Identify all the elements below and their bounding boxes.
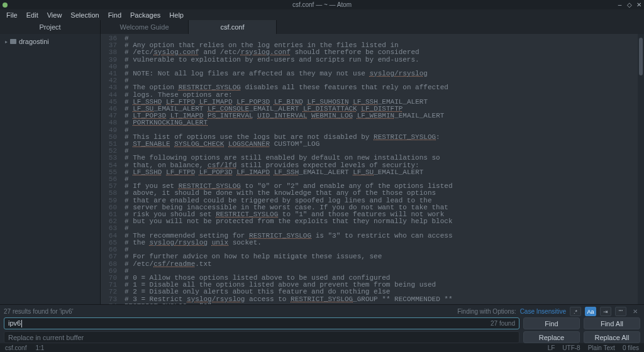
whole-word-toggle[interactable]: "" xyxy=(615,307,626,316)
status-files[interactable]: 0 files xyxy=(623,344,639,351)
selection-toggle[interactable]: ⇥ xyxy=(600,307,611,316)
code-line[interactable]: # vulnerable to exploitation by end-user… xyxy=(121,57,638,63)
replace-all-button[interactable]: Replace All xyxy=(584,331,640,343)
find-count-label: 27 found xyxy=(491,320,515,327)
replace-input[interactable]: Replace in current buffer xyxy=(4,331,519,343)
maximize-icon[interactable]: ◇ xyxy=(626,2,632,8)
code-line[interactable]: # The following options are still enable… xyxy=(121,155,638,162)
find-panel: 27 results found for 'ipv6' Finding with… xyxy=(0,304,644,343)
minimize-icon[interactable]: – xyxy=(617,2,623,8)
project-header: Project xyxy=(0,20,101,34)
status-grammar[interactable]: Plain Text xyxy=(588,344,615,351)
statusbar: csf.conf 1:1 LF UTF-8 Plain Text 0 files xyxy=(0,343,644,352)
menu-packages[interactable]: Packages xyxy=(126,11,164,19)
code-line[interactable]: # xyxy=(121,225,638,232)
status-encoding[interactable]: UTF-8 xyxy=(562,344,580,351)
find-button[interactable]: Find xyxy=(523,317,580,329)
find-input[interactable]: ipv6 27 found xyxy=(4,317,519,329)
code-line[interactable]: # /etc/csf/readme.txt xyxy=(121,261,638,268)
status-eol[interactable]: LF xyxy=(548,344,555,351)
tabs-row: Project Welcome Guidecsf.conf xyxy=(0,20,644,34)
code-line[interactable]: # above, it should be done with the know… xyxy=(121,190,638,197)
find-input-value: ipv6 xyxy=(8,319,22,327)
menubar: FileEditViewSelectionFindPackagesHelp xyxy=(0,9,644,20)
tree-root-label: dragostini xyxy=(19,38,49,45)
regex-toggle[interactable]: .* xyxy=(570,307,581,316)
chevron-right-icon: ▸ xyxy=(5,39,8,45)
menu-edit[interactable]: Edit xyxy=(23,11,42,19)
code-line[interactable]: # /etc/syslog.conf and /etc/rsyslog.conf… xyxy=(121,49,638,56)
folder-icon xyxy=(10,39,16,44)
find-all-button[interactable]: Find All xyxy=(584,317,640,329)
tab-csf-conf[interactable]: csf.conf xyxy=(189,20,277,34)
status-pos[interactable]: 1:1 xyxy=(35,344,44,351)
close-icon[interactable]: ✕ xyxy=(636,2,641,8)
code-line[interactable]: # ST_ENABLE SYSLOG_CHECK LOGSCANNER CUST… xyxy=(121,141,638,148)
project-sidebar: ▸ dragostini xyxy=(0,34,101,304)
window-title: csf.conf — ~ — Atom xyxy=(0,1,644,8)
scrollbar-thumb[interactable] xyxy=(639,38,643,75)
tree-root-item[interactable]: ▸ dragostini xyxy=(0,36,100,47)
vertical-scrollbar[interactable] xyxy=(638,34,644,304)
find-case-mode: Case Insensitive xyxy=(520,308,566,315)
code-line[interactable]: RESTRICT_SYSLOG = "0" xyxy=(121,303,638,304)
find-options-label: Finding with Options: xyxy=(457,308,516,315)
close-find-icon[interactable]: ✕ xyxy=(630,308,640,315)
case-toggle[interactable]: Aa xyxy=(585,307,596,316)
code-line[interactable]: # NOTE: Not all log files are affected a… xyxy=(121,70,638,77)
titlebar: csf.conf — ~ — Atom – ◇ ✕ xyxy=(0,0,644,9)
code-line[interactable]: # the syslog/rsyslog unix socket. xyxy=(121,239,638,246)
menu-help[interactable]: Help xyxy=(165,11,187,19)
main-area: ▸ dragostini 363738394041424344454647484… xyxy=(0,34,644,304)
code-line[interactable]: # For further advice on how to help miti… xyxy=(121,253,638,260)
editor[interactable]: 3637383940414243444546474849505152535455… xyxy=(101,34,644,304)
menu-view[interactable]: View xyxy=(43,11,66,19)
code-area[interactable]: ## Any option that relies on the log ent… xyxy=(121,34,638,304)
code-line[interactable]: # PORTKNOCKING_ALERT xyxy=(121,119,638,126)
code-line[interactable]: # The option RESTRICT_SYSLOG disables al… xyxy=(121,84,638,91)
menu-file[interactable]: File xyxy=(3,11,21,19)
find-status-text: 27 results found for 'ipv6' xyxy=(4,308,74,315)
window-controls: – ◇ ✕ xyxy=(617,2,641,8)
replace-button[interactable]: Replace xyxy=(523,331,580,343)
status-file[interactable]: csf.conf xyxy=(5,344,26,351)
tab-welcome-guide[interactable]: Welcome Guide xyxy=(101,20,189,34)
menu-selection[interactable]: Selection xyxy=(67,11,103,19)
menu-find[interactable]: Find xyxy=(104,11,125,19)
gutter: 3637383940414243444546474849505152535455… xyxy=(101,34,121,304)
code-line[interactable]: # LF_SSHD LF_FTPD LF_POP3D LF_IMAPD LF_S… xyxy=(121,169,638,176)
replace-placeholder: Replace in current buffer xyxy=(8,334,84,341)
code-line[interactable]: # but you will not be protected from the… xyxy=(121,218,638,225)
find-options-group: Finding with Options: Case Insensitive .… xyxy=(457,307,640,316)
